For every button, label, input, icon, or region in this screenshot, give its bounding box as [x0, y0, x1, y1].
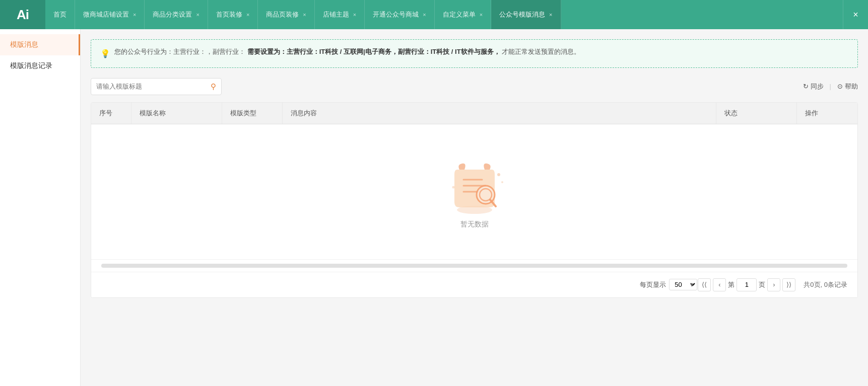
svg-point-9: [452, 186, 454, 188]
page-size-select: 每页显示 102050100 ▾: [640, 279, 694, 290]
horizontal-scrollbar[interactable]: [101, 264, 847, 268]
sync-button[interactable]: ↻ 同步: [803, 82, 824, 91]
tab-close-button-7[interactable]: ×: [480, 12, 483, 18]
tab-close-button-3[interactable]: ×: [246, 12, 249, 18]
tab-close-button-2[interactable]: ×: [196, 12, 199, 18]
tab-close-button-6[interactable]: ×: [423, 12, 426, 18]
page-suffix-label: 页: [759, 280, 765, 289]
main-layout: 模版消息模版消息记录 💡 您的公众号行业为：主营行业：，副营行业： 需要设置为：…: [0, 29, 868, 386]
nav-tabs: 首页微商城店铺设置×商品分类设置×首页装修×商品页装修×店铺主题×开通公众号商城…: [45, 0, 843, 29]
help-icon: ⊙: [837, 83, 843, 90]
next-page-button[interactable]: ›: [767, 278, 780, 291]
nav-tab-1[interactable]: 微商城店铺设置×: [75, 0, 145, 29]
table-column-3: 消息内容: [283, 103, 716, 124]
search-input-wrap: ⚲: [91, 78, 222, 95]
nav-tab-0[interactable]: 首页: [45, 0, 75, 29]
total-info: 共0页, 0条记录: [804, 280, 847, 289]
notice-box: 💡 您的公众号行业为：主营行业：，副营行业： 需要设置为：主营行业：IT科技 /…: [91, 39, 858, 68]
empty-illustration: [444, 155, 505, 220]
table-column-1: 模版名称: [131, 103, 222, 124]
nav-tab-5[interactable]: 店铺主题×: [315, 0, 365, 29]
empty-text: 暂无数据: [460, 220, 489, 229]
top-nav: Ai 首页微商城店铺设置×商品分类设置×首页装修×商品页装修×店铺主题×开通公众…: [0, 0, 868, 29]
table-header: 序号模版名称模版类型消息内容状态操作: [91, 103, 857, 124]
svg-point-7: [497, 173, 500, 176]
search-input[interactable]: [96, 83, 211, 90]
first-page-button[interactable]: ⟨⟨: [698, 278, 711, 291]
nav-tab-3[interactable]: 首页装修×: [208, 0, 258, 29]
svg-point-8: [501, 181, 503, 183]
notice-text: 您的公众号行业为：主营行业：，副营行业： 需要设置为：主营行业：IT科技 / 互…: [114, 47, 580, 57]
sidebar: 模版消息模版消息记录: [0, 29, 81, 386]
help-button[interactable]: ⊙ 帮助: [837, 82, 858, 91]
pagination: 每页显示 102050100 ▾ ⟨⟨ ‹ 第 页 › ⟩⟩ 共0页, 0条记录: [91, 272, 857, 297]
page-number-input[interactable]: [737, 278, 757, 291]
page-size-dropdown[interactable]: 102050100: [669, 279, 697, 290]
table-column-4: 状态: [716, 103, 797, 124]
nav-tab-8[interactable]: 公众号模版消息×: [491, 0, 561, 29]
notice-highlight: 需要设置为：主营行业：IT科技 / 互联网|电子商务，副营行业：IT科技 / I…: [247, 48, 500, 55]
page-navigation: ⟨⟨ ‹ 第 页 › ⟩⟩: [698, 278, 795, 291]
tab-close-button-4[interactable]: ×: [303, 12, 306, 18]
notice-icon: 💡: [100, 47, 110, 60]
scrollbar-area: [91, 259, 857, 272]
table-column-5: 操作: [797, 103, 857, 124]
tab-close-button-8[interactable]: ×: [549, 12, 552, 18]
page-size-label: 每页显示: [640, 280, 666, 289]
divider: |: [830, 83, 831, 90]
nav-tab-2[interactable]: 商品分类设置×: [145, 0, 208, 29]
empty-state: 暂无数据: [91, 124, 857, 259]
tab-close-button-5[interactable]: ×: [353, 12, 356, 18]
sidebar-item-1[interactable]: 模版消息记录: [0, 55, 80, 76]
table-column-2: 模版类型: [222, 103, 283, 124]
search-actions: ↻ 同步 | ⊙ 帮助: [803, 82, 858, 91]
content-area: 💡 您的公众号行业为：主营行业：，副营行业： 需要设置为：主营行业：IT科技 /…: [81, 29, 868, 386]
sidebar-item-0[interactable]: 模版消息: [0, 34, 80, 55]
close-all-button[interactable]: ×: [843, 0, 868, 29]
app-logo: Ai: [0, 0, 45, 29]
nav-tab-4[interactable]: 商品页装修×: [258, 0, 314, 29]
data-table: 序号模版名称模版类型消息内容状态操作: [91, 102, 858, 298]
tab-close-button-1[interactable]: ×: [133, 12, 136, 18]
page-prefix-label: 第: [728, 280, 735, 289]
prev-page-button[interactable]: ‹: [713, 278, 726, 291]
sync-icon: ↻: [803, 83, 809, 90]
table-column-0: 序号: [91, 103, 131, 124]
last-page-button[interactable]: ⟩⟩: [782, 278, 795, 291]
nav-tab-7[interactable]: 自定义菜单×: [435, 0, 491, 29]
search-bar: ⚲ ↻ 同步 | ⊙ 帮助: [91, 78, 858, 95]
search-icon[interactable]: ⚲: [211, 82, 216, 91]
nav-tab-6[interactable]: 开通公众号商城×: [365, 0, 434, 29]
